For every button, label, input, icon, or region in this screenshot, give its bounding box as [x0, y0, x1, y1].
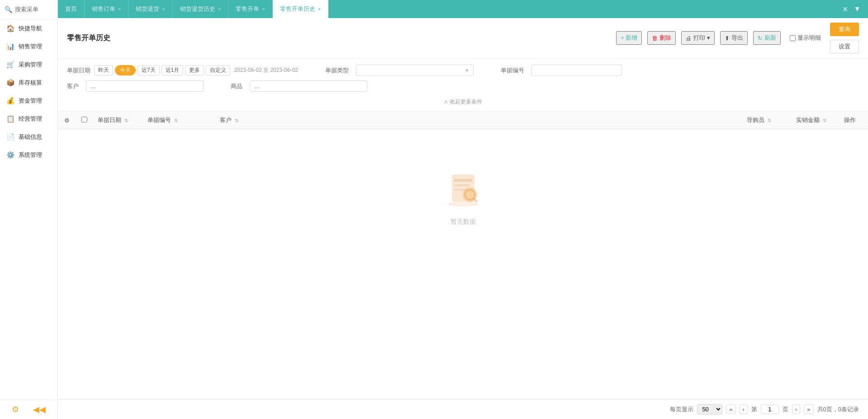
tab-home[interactable]: 首页: [58, 0, 85, 18]
query-button[interactable]: 查询: [830, 23, 859, 36]
page-header: 零售开单历史 + 新增 🗑 🗑 删除 删除 🖨 打印 ▾ ⬆ 导出 ↻: [58, 18, 868, 58]
sidebar-item-quick-nav[interactable]: 🏠 快捷导航: [0, 19, 57, 38]
sidebar-item-inventory[interactable]: 📦 库存核算: [0, 74, 57, 92]
customer-filter-input[interactable]: [86, 80, 204, 92]
col-check[interactable]: [76, 112, 92, 129]
tab-sales-return-close[interactable]: ×: [162, 6, 165, 12]
export-button[interactable]: ⬆ 导出: [720, 31, 748, 45]
tab-bar: 首页 销售订单 × 销货退货 × 销货退货历史 × 零售开单 × 零售开单历史 …: [58, 0, 868, 18]
sidebar-item-basic-info[interactable]: 📄 基础信息: [0, 128, 57, 146]
content-area: 零售开单历史 + 新增 🗑 🗑 删除 删除 🖨 打印 ▾ ⬆ 导出 ↻: [58, 18, 868, 419]
date-btn-more[interactable]: 更多: [185, 65, 204, 75]
delete-button[interactable]: 🗑 🗑 删除 删除: [647, 31, 676, 45]
sidebar-footer: ⚙ ◀◀: [0, 400, 57, 419]
refresh-button[interactable]: ↻ 刷新: [753, 31, 781, 45]
query-buttons: 查询 设置: [830, 23, 859, 53]
col-guide[interactable]: 导购员 ⇅: [741, 112, 787, 129]
tab-sales-order-label: 销售订单: [92, 5, 115, 13]
date-filter-label: 单据日期: [67, 66, 90, 75]
tab-retail-history[interactable]: 零售开单历史 ×: [273, 0, 328, 18]
col-settings[interactable]: ⚙: [58, 112, 76, 129]
tab-sales-return[interactable]: 销货退货 ×: [128, 0, 172, 18]
page-number-input[interactable]: [761, 405, 779, 414]
display-detail-label: 显示明细: [797, 34, 821, 42]
doc-icon: 📄: [6, 133, 15, 141]
tab-sales-return-history[interactable]: 销货退货历史 ×: [173, 0, 228, 18]
per-page-select[interactable]: 50 10 20 100: [697, 404, 722, 414]
tab-retail-open-close[interactable]: ×: [262, 6, 265, 12]
num-filter-input[interactable]: [531, 65, 622, 76]
sidebar-item-sys-mgmt[interactable]: ⚙️ 系统管理: [0, 146, 57, 164]
date-btn-yesterday[interactable]: 昨天: [94, 65, 113, 75]
goods-filter-label: 商品: [231, 82, 242, 90]
col-date-label: 单据日期: [98, 117, 121, 123]
settings-button[interactable]: 设置: [830, 40, 859, 53]
sidebar-search-label: 搜索采单: [15, 5, 38, 14]
col-customer-label: 客户: [220, 117, 232, 123]
settings-footer-icon[interactable]: ⚙: [12, 405, 19, 414]
collapse-button[interactable]: ∧ 收起更多条件: [444, 98, 482, 106]
type-filter-label: 单据类型: [325, 66, 349, 75]
toolbar: + 新增 🗑 🗑 删除 删除 🖨 打印 ▾ ⬆ 导出 ↻ 刷新: [616, 23, 859, 53]
first-page-button[interactable]: «: [726, 405, 735, 414]
empty-text: 暂无数据: [451, 218, 476, 226]
sidebar-search[interactable]: 🔍 搜索采单: [0, 0, 57, 19]
tab-retail-open[interactable]: 零售开单 ×: [228, 0, 272, 18]
tab-sales-order[interactable]: 销售订单 ×: [85, 0, 128, 18]
col-num[interactable]: 单据编号 ⇅: [142, 112, 214, 129]
col-customer[interactable]: 客户 ⇅: [214, 112, 741, 129]
num-filter-label: 单据编号: [501, 66, 524, 75]
sidebar-item-label: 库存核算: [19, 79, 42, 87]
delete-icon: 🗑: [652, 35, 658, 42]
date-btn-1month[interactable]: 近1月: [161, 65, 184, 75]
next-page-button[interactable]: ›: [792, 405, 800, 414]
add-button[interactable]: + 新增: [616, 31, 642, 45]
sidebar-item-purchase-mgmt[interactable]: 🛒 采购管理: [0, 56, 57, 74]
col-action: 操作: [832, 112, 868, 129]
sidebar-item-sales-mgmt[interactable]: 📊 销售管理: [0, 38, 57, 56]
collapse-sidebar-icon[interactable]: ◀◀: [33, 405, 46, 414]
filter-row-2: 客户 商品: [67, 80, 859, 92]
tab-retail-history-close[interactable]: ×: [318, 6, 321, 12]
date-btn-7days[interactable]: 近7天: [138, 65, 160, 75]
print-button[interactable]: 🖨 打印 ▾: [681, 31, 715, 45]
sidebar-item-label: 销售管理: [19, 42, 42, 51]
tab-bar-menu-icon[interactable]: ▼: [851, 5, 863, 13]
svg-rect-2: [454, 179, 472, 182]
display-detail-toggle[interactable]: 显示明细: [786, 32, 825, 44]
box-icon: 📦: [6, 79, 15, 87]
date-btn-custom[interactable]: 自定义: [206, 65, 230, 75]
pagination-bar: 每页显示 50 10 20 100 « ‹ 第 页 › » 共0页，0条记录: [58, 399, 868, 419]
col-amount[interactable]: 实销金额 ⇅: [787, 112, 832, 129]
sidebar-item-label: 系统管理: [19, 151, 42, 159]
sidebar-nav: 🏠 快捷导航 📊 销售管理 🛒 采购管理 📦 库存核算 💰 资金管理 📋 经营管…: [0, 19, 57, 400]
col-guide-sort-icon: ⇅: [768, 118, 771, 123]
page-title: 零售开单历史: [67, 33, 110, 43]
tab-sales-order-close[interactable]: ×: [118, 6, 121, 12]
last-page-button[interactable]: »: [804, 405, 813, 414]
chevron-down-icon: ▾: [465, 67, 469, 74]
tab-sales-return-history-close[interactable]: ×: [218, 6, 221, 12]
col-num-sort-icon: ⇅: [174, 118, 178, 123]
print-icon: 🖨: [686, 35, 692, 42]
col-customer-sort-icon: ⇅: [235, 118, 238, 123]
goods-filter-input[interactable]: [250, 80, 367, 92]
type-filter-select[interactable]: ▾: [356, 65, 474, 76]
main-area: 首页 销售订单 × 销货退货 × 销货退货历史 × 零售开单 × 零售开单历史 …: [58, 0, 868, 419]
prev-page-button[interactable]: ‹: [740, 405, 748, 414]
date-btn-today[interactable]: 今天: [115, 65, 136, 75]
col-date[interactable]: 单据日期 ⇅: [92, 112, 142, 129]
tab-bar-close-icon[interactable]: ✕: [840, 5, 851, 14]
sidebar: 🔍 搜索采单 🏠 快捷导航 📊 销售管理 🛒 采购管理 📦 库存核算 💰 资金管…: [0, 0, 58, 419]
select-all-checkbox[interactable]: [81, 117, 87, 122]
col-guide-label: 导购员: [747, 117, 764, 123]
col-amount-label: 实销金额: [796, 117, 820, 123]
sidebar-item-label: 采购管理: [19, 61, 42, 69]
sidebar-item-finance[interactable]: 💰 资金管理: [0, 92, 57, 110]
sidebar-item-label: 经营管理: [19, 115, 42, 123]
sidebar-item-operations[interactable]: 📋 经营管理: [0, 110, 57, 128]
date-quick-btns: 昨天 今天 近7天 近1月 更多 自定义: [94, 65, 230, 75]
clipboard-icon: 📋: [6, 115, 15, 123]
page-total: 共0页，0条记录: [817, 405, 859, 414]
display-detail-checkbox[interactable]: [790, 35, 796, 41]
